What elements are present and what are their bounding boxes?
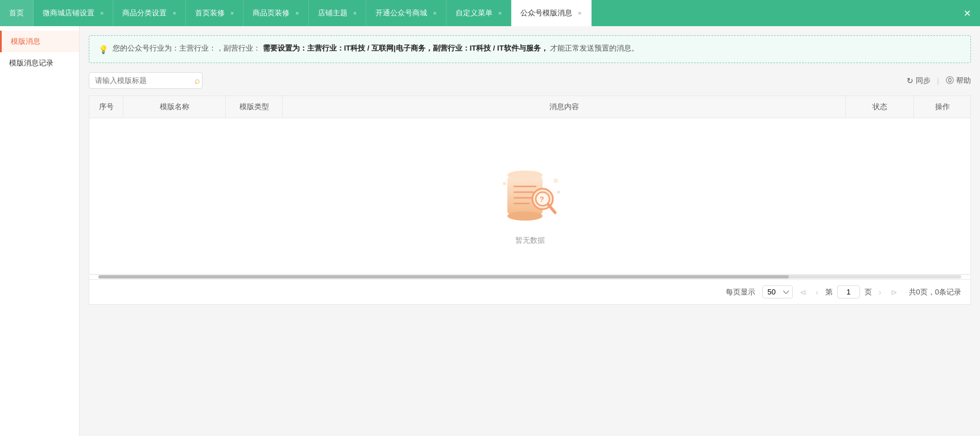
sync-icon: ↻	[907, 76, 913, 85]
th-action: 操作	[914, 96, 971, 118]
sync-button[interactable]: ↻ 同步	[907, 76, 931, 86]
data-table: 序号 模版名称 模版类型 消息内容 状态 操作	[89, 95, 971, 275]
pagination: 每页显示 10 20 50 100 ⊲ ‹ 第 页 › ⊳ 共0页，0条记录	[89, 280, 971, 305]
nav-tab-open-mall[interactable]: 开通公众号商城 ×	[366, 0, 446, 26]
svg-point-4	[507, 211, 543, 221]
sidebar-item-template-msg-record[interactable]: 模版消息记录	[0, 52, 79, 74]
nav-tab-shop-settings[interactable]: 微商城店铺设置 ×	[34, 0, 113, 26]
nav-tab-open-mall-close[interactable]: ×	[433, 10, 436, 16]
help-icon: ⓪	[946, 76, 954, 86]
top-nav: 首页 微商城店铺设置 × 商品分类设置 × 首页装修 × 商品页装修 × 店铺主…	[0, 0, 980, 26]
total-info: 共0页，0条记录	[909, 287, 961, 297]
nav-tab-category-settings-close[interactable]: ×	[172, 10, 176, 16]
scrollbar-track	[98, 275, 961, 279]
last-page-button[interactable]: ⊳	[888, 286, 900, 298]
horizontal-scrollbar[interactable]	[89, 275, 971, 280]
th-content: 消息内容	[283, 96, 846, 118]
prev-page-button[interactable]: ‹	[813, 286, 821, 298]
svg-point-15	[557, 191, 560, 194]
svg-line-11	[548, 205, 555, 213]
nav-tab-product-decoration[interactable]: 商品页装修 ×	[243, 0, 308, 26]
nav-tab-product-decoration-label: 商品页装修	[253, 8, 290, 18]
search-icon: ⌕	[195, 76, 200, 85]
notice-box: 💡 您的公众号行业为：主营行业：，副营行业： 需要设置为：主营行业：IT科技 /…	[89, 35, 971, 63]
svg-point-3	[507, 171, 543, 180]
sync-label: 同步	[916, 76, 931, 86]
th-status: 状态	[846, 96, 914, 118]
nav-tab-template-msg[interactable]: 公众号模版消息 ×	[511, 0, 591, 26]
per-page-select[interactable]: 10 20 50 100	[762, 285, 793, 298]
nav-tab-open-mall-label: 开通公众号商城	[375, 8, 427, 18]
nav-tab-shop-settings-close[interactable]: ×	[100, 10, 104, 16]
nav-tab-template-msg-close[interactable]: ×	[578, 10, 581, 16]
nav-tab-home-label: 首页	[9, 8, 24, 18]
first-page-button[interactable]: ⊲	[797, 286, 809, 298]
help-label: 帮助	[956, 76, 971, 86]
table-empty-row: ?	[89, 118, 971, 275]
empty-text: 暂无数据	[96, 235, 964, 246]
notice-text: 您的公众号行业为：主营行业：，副营行业： 需要设置为：主营行业：IT科技 / 互…	[113, 43, 639, 55]
page-input[interactable]	[837, 285, 860, 298]
scrollbar-thumb[interactable]	[98, 275, 789, 279]
th-type: 模版类型	[226, 96, 283, 118]
notice-prefix: 您的公众号行业为：主营行业：，副营行业：	[113, 44, 260, 52]
notice-highlight: 需要设置为：主营行业：IT科技 / 互联网|电子商务，副营行业：IT科技 / I…	[263, 44, 548, 52]
nav-tab-store-theme[interactable]: 店铺主题 ×	[309, 0, 366, 26]
nav-tab-custom-menu-close[interactable]: ×	[498, 10, 502, 16]
nav-tab-store-theme-label: 店铺主题	[318, 8, 348, 18]
empty-state: ?	[96, 124, 964, 268]
nav-tab-home[interactable]: 首页	[0, 0, 34, 26]
svg-point-13	[503, 182, 506, 185]
page-di-label: 第	[825, 287, 833, 297]
th-name: 模版名称	[123, 96, 226, 118]
nav-tab-custom-menu[interactable]: 自定义菜单 ×	[446, 0, 511, 26]
sidebar-item-template-msg-label: 模版消息	[11, 37, 40, 45]
nav-tab-home-decoration-close[interactable]: ×	[230, 10, 234, 16]
page-label: 页	[865, 287, 872, 297]
next-page-button[interactable]: ›	[876, 286, 884, 298]
svg-point-14	[553, 178, 558, 183]
content-area: 💡 您的公众号行业为：主营行业：，副营行业： 需要设置为：主营行业：IT科技 /…	[80, 26, 980, 436]
main-layout: 模版消息 模版消息记录 💡 您的公众号行业为：主营行业：，副营行业： 需要设置为…	[0, 26, 980, 436]
nav-tab-store-theme-close[interactable]: ×	[353, 10, 357, 16]
svg-text:?: ?	[540, 196, 544, 204]
toolbar-right: ↻ 同步 | ⓪ 帮助	[907, 76, 971, 86]
nav-tab-home-decoration-label: 首页装修	[195, 8, 225, 18]
table-header-row: 序号 模版名称 模版类型 消息内容 状态 操作	[89, 96, 971, 118]
search-bar: ⌕ ↻ 同步 | ⓪ 帮助	[89, 72, 971, 89]
notice-suffix: 才能正常发送预置的消息。	[550, 44, 639, 52]
search-button[interactable]: ⌕	[190, 76, 205, 86]
search-input[interactable]	[89, 72, 202, 89]
nav-tab-home-decoration[interactable]: 首页装修 ×	[186, 0, 243, 26]
per-page-label: 每页显示	[726, 287, 755, 297]
empty-icon: ?	[496, 158, 564, 226]
nav-tab-custom-menu-label: 自定义菜单	[456, 8, 493, 18]
nav-tab-shop-settings-label: 微商城店铺设置	[43, 8, 94, 18]
nav-tab-template-msg-label: 公众号模版消息	[520, 8, 572, 18]
sidebar-item-template-msg-record-label: 模版消息记录	[9, 59, 53, 67]
sidebar: 模版消息 模版消息记录	[0, 26, 80, 436]
table-body: ?	[89, 118, 971, 275]
notice-icon: 💡	[98, 43, 108, 56]
sidebar-item-template-msg[interactable]: 模版消息	[0, 31, 79, 52]
nav-tab-product-decoration-close[interactable]: ×	[295, 10, 299, 16]
th-seq: 序号	[89, 96, 123, 118]
toolbar-divider: |	[937, 76, 939, 85]
help-button[interactable]: ⓪ 帮助	[946, 76, 971, 86]
table-empty-cell: ?	[89, 118, 971, 275]
nav-tab-category-settings-label: 商品分类设置	[122, 8, 167, 18]
nav-tab-category-settings[interactable]: 商品分类设置 ×	[113, 0, 185, 26]
close-all-button[interactable]: ✕	[954, 8, 980, 19]
